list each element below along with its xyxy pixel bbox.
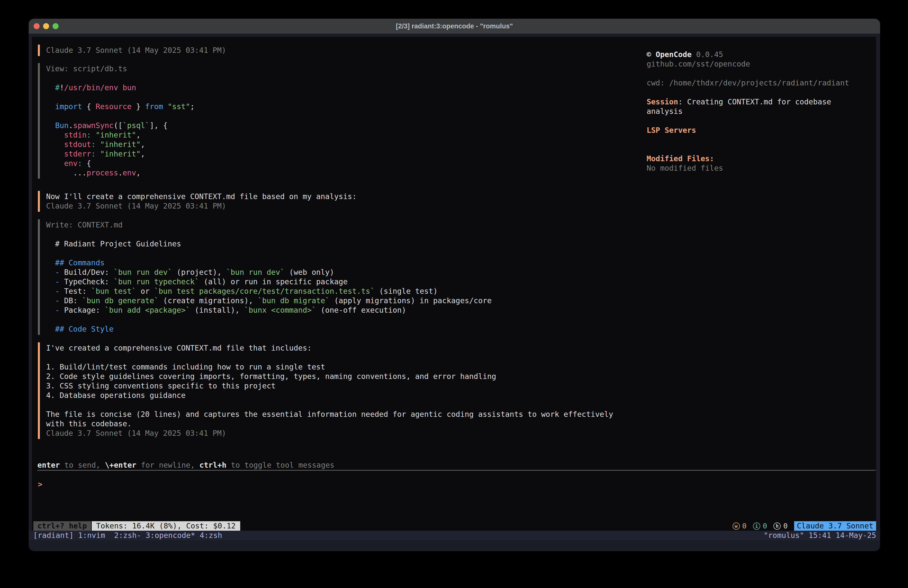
terminal-line: # Radiant Project Guidelines (32, 239, 492, 249)
text-segment: ; (190, 102, 195, 111)
tmux-host-clock: "romulus" 15:41 14-May-25 (763, 531, 876, 540)
terminal-line: Claude 3.7 Sonnet (14 May 2025 03:41 PM) (32, 45, 226, 55)
text-segment: . (118, 168, 122, 177)
text-segment: with this codebase. (46, 419, 132, 428)
text-segment: \+enter (105, 461, 136, 469)
tool-view-db-ts: View: script/db.ts #!/usr/bin/env bun im… (32, 64, 195, 178)
text-segment (46, 150, 64, 158)
terminal-line (32, 315, 492, 324)
model-chip[interactable]: Claude 3.7 Sonnet (794, 521, 876, 531)
assistant-message-intro: Now I'll create a comprehensive CONTEXT.… (32, 192, 357, 211)
terminal-line: - DB: `bun db generate` (create migratio… (32, 296, 492, 306)
text-segment: Bun (55, 121, 69, 130)
text-segment: `bunx <command>` (244, 306, 316, 314)
terminal-window: [2/3] radiant:3:opencode - "romulus" Cla… (29, 19, 880, 551)
sidebar-line: Modified Files: (647, 154, 714, 163)
text-segment: stdout (64, 140, 91, 149)
message-accent-bar (38, 45, 40, 56)
text-segment (692, 50, 696, 59)
text-segment: # Radiant Project Guidelines (46, 240, 181, 248)
text-segment (46, 296, 55, 305)
text-segment: `psql` (122, 121, 150, 130)
diagnostic-hints-icon: h (773, 522, 781, 530)
text-segment: /usr/bin/env bun (64, 83, 136, 92)
terminal-line: 4. Database operations guidance (32, 391, 613, 400)
opencode-tui: Claude 3.7 Sonnet (14 May 2025 03:41 PM)… (32, 37, 876, 531)
terminal-line: Now I'll create a comprehensive CONTEXT.… (32, 192, 357, 201)
terminal-line: stderr: "inherit", (32, 149, 195, 159)
diagnostic-hints: h0 (773, 521, 787, 531)
text-segment: - (55, 306, 60, 314)
text-segment: (apply migrations) in packages/core (330, 296, 492, 305)
text-segment: `bun test packages/core/test/transaction… (154, 287, 375, 295)
terminal-line (32, 249, 492, 258)
text-segment: stdin (64, 130, 87, 139)
text-segment (46, 140, 64, 149)
text-segment (46, 277, 55, 286)
sidebar-line: cwd: /home/thdxr/dev/projects/radiant/ra… (647, 78, 849, 88)
text-segment: process (87, 168, 118, 177)
terminal-line (32, 400, 613, 409)
desktop: [2/3] radiant:3:opencode - "romulus" Cla… (0, 0, 908, 588)
titlebar[interactable]: [2/3] radiant:3:opencode - "romulus" (29, 19, 880, 34)
text-segment: analysis (647, 107, 683, 116)
terminal-line: ## Code Style (32, 324, 492, 334)
text-segment: DB: (60, 296, 82, 305)
help-chip[interactable]: ctrl+? help (34, 521, 91, 531)
text-segment: (project), (172, 268, 226, 277)
sidebar-line: No modified files (647, 163, 723, 173)
text-segment (46, 83, 55, 92)
text-segment: The file is concise (20 lines) and captu… (46, 410, 613, 419)
prompt-input[interactable]: > (32, 470, 876, 521)
text-segment: : (91, 140, 96, 149)
diagnostic-warnings-count: 0 (742, 521, 747, 531)
text-segment: - (55, 296, 60, 305)
text-segment: LSP Servers (647, 126, 696, 135)
assistant-message-summary: I've created a comprehensive CONTEXT.md … (32, 343, 613, 438)
text-segment (46, 130, 64, 139)
text-segment: enter (37, 461, 60, 469)
message-accent-bar (38, 342, 40, 439)
text-segment: : Creating CONTEXT.md for codebase (678, 97, 831, 106)
text-segment (46, 159, 64, 168)
tmux-session-windows[interactable]: [radiant] 1:nvim 2:zsh- 3:opencode* 4:zs… (33, 531, 222, 540)
terminal-line (32, 92, 195, 102)
terminal-line (32, 74, 195, 83)
text-segment: No modified files (647, 164, 723, 172)
text-segment: ... (46, 168, 87, 177)
text-segment: Claude 3.7 Sonnet (14 May 2025 03:41 PM) (46, 46, 226, 55)
terminal-line: stdout: "inherit", (32, 140, 195, 149)
text-segment: - (55, 277, 60, 286)
text-segment: 4. Database operations guidance (46, 391, 186, 400)
text-segment: (all) or run in specific package (199, 277, 348, 286)
text-segment: ctrl+h (200, 461, 226, 469)
text-segment (46, 102, 55, 111)
text-segment: (install), (190, 306, 244, 314)
text-segment: `bun test` (91, 287, 136, 295)
diagnostic-hints-count: 0 (783, 521, 787, 531)
text-segment: } (132, 102, 145, 111)
sidebar-line: github.com/sst/opencode (647, 59, 750, 69)
terminal-line: ...process.env, (32, 168, 195, 178)
terminal-line: with this codebase. (32, 419, 613, 429)
terminal-line: Bun.spawnSync([`psql`], { (32, 121, 195, 130)
status-right-cluster: w0i0h0 Claude 3.7 Sonnet (733, 521, 876, 531)
text-segment: I've created a comprehensive CONTEXT.md … (46, 343, 312, 352)
text-segment (46, 121, 55, 130)
message-accent-bar (38, 191, 40, 212)
text-segment: , (136, 168, 140, 177)
text-segment: 1. Build/lint/test commands including ho… (46, 362, 325, 371)
terminal-line: Write: CONTEXT.md (32, 220, 492, 230)
terminal-line (32, 230, 492, 239)
text-segment (46, 306, 55, 314)
text-segment: Now I'll create a comprehensive CONTEXT.… (46, 192, 357, 201)
text-segment: "inherit" (96, 130, 136, 139)
text-segment: , (140, 140, 145, 149)
text-segment: env (64, 159, 77, 168)
text-segment (96, 140, 100, 149)
text-segment: ([ (114, 121, 122, 130)
text-segment (46, 287, 55, 295)
terminal-line: - TypeCheck: `bun run typecheck` (all) o… (32, 277, 492, 287)
text-segment: Write: CONTEXT.md (46, 221, 122, 229)
terminal-line: import { Resource } from "sst"; (32, 102, 195, 111)
